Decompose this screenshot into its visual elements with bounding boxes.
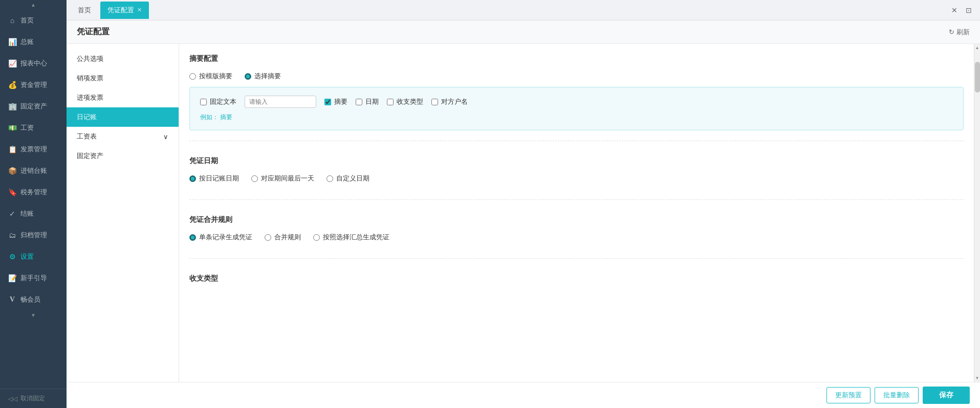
maximize-window-button[interactable]: ⊡ [964,5,974,15]
summary-radio-group: 按模版摘要 选择摘要 [189,72,964,81]
radio-select-input[interactable] [245,73,251,80]
update-preset-button[interactable]: 更新预置 [826,387,870,403]
summary-radio-select[interactable]: 选择摘要 [245,72,281,81]
settings-icon: ⚙ [8,253,16,261]
radio-select-merge-input[interactable] [313,234,320,241]
member-icon: V [8,296,16,304]
radio-select-merge[interactable]: 按照选择汇总生成凭证 [313,233,389,242]
summary-radio-template[interactable]: 按模版摘要 [189,72,232,81]
scroll-down-arrow[interactable]: ▼ [974,374,980,382]
tab-close-voucher[interactable]: ✕ [137,7,142,13]
checkbox-income-type[interactable]: 收支类型 [387,97,423,106]
income-type-section: 收支类型 [189,274,964,302]
checkbox-fixed-text[interactable]: 固定文本 [200,97,236,106]
radio-single-input[interactable] [189,234,196,241]
home-icon: ⌂ [8,16,16,25]
radio-merge[interactable]: 合并规则 [265,233,301,242]
checkbox-fixed-text-input[interactable] [200,99,207,105]
merge-rule-section: 凭证合并规则 单条记录生成凭证 合并规则 按照选择汇总生成凭证 [189,215,964,259]
sidebar-item-sales[interactable]: 📦 进销台账 [0,160,67,182]
bottom-bar: 更新预置 批量删除 保存 [67,382,980,408]
top-right-controls: ✕ ⊡ [949,5,976,15]
fund-icon: 💰 [8,81,16,89]
sidebar-item-ledger[interactable]: 📊 总账 [0,31,67,53]
checkout-icon: ✓ [8,210,16,218]
summary-example: 例如： 摘要 [200,113,953,122]
checkbox-date-input[interactable] [356,99,362,105]
sales-icon: 📦 [8,167,16,175]
radio-single[interactable]: 单条记录生成凭证 [189,233,252,242]
tax-icon: 🔖 [8,188,16,196]
sidebar-scroll-up[interactable]: ▲ [0,0,67,10]
sidebar-item-guide[interactable]: 📝 新手引导 [0,267,67,289]
scroll-up-arrow[interactable]: ▲ [974,44,980,52]
left-nav-salary-table[interactable]: 工资表 ∨ [67,127,179,146]
sidebar-item-report[interactable]: 📈 报表中心 [0,53,67,74]
save-button[interactable]: 保存 [923,387,970,404]
checkbox-counterparty-input[interactable] [431,99,438,105]
summary-config-section: 摘要配置 按模版摘要 选择摘要 固定文本 [189,54,964,141]
content-area: 公共选项 销项发票 进项发票 日记账 工资表 ∨ 固定资产 摘要配置 [67,44,980,382]
summary-config-box: 固定文本 摘要 日期 收支类型 [189,87,964,130]
fixed-text-input[interactable] [245,96,316,108]
sidebar-item-archive[interactable]: 🗂 归档管理 [0,224,67,246]
sidebar: ▲ ⌂ 首页 📊 总账 📈 报表中心 💰 资金管理 🏢 固定资产 💵 工资 📋 … [0,0,67,408]
page-title: 凭证配置 [77,27,110,37]
radio-last-day-input[interactable] [251,175,258,182]
scroll-thumb[interactable] [975,62,980,93]
sidebar-item-member[interactable]: V 畅会员 [0,289,67,310]
sidebar-item-invoice[interactable]: 📋 发票管理 [0,139,67,160]
invoice-icon: 📋 [8,145,16,153]
radio-journal-date-input[interactable] [189,175,196,182]
ledger-icon: 📊 [8,38,16,46]
radio-journal-date[interactable]: 按日记账日期 [189,174,239,183]
sidebar-scroll-down[interactable]: ▼ [0,310,67,320]
left-nav-sales-invoice[interactable]: 销项发票 [67,69,179,88]
merge-rule-title: 凭证合并规则 [189,215,964,224]
radio-custom-date[interactable]: 自定义日期 [326,174,369,183]
tab-bar: 首页 凭证配置 ✕ ✕ ⊡ [67,0,980,20]
sidebar-item-fund[interactable]: 💰 资金管理 [0,74,67,96]
radio-merge-input[interactable] [265,234,271,241]
sidebar-item-home[interactable]: ⌂ 首页 [0,10,67,31]
batch-delete-button[interactable]: 批量删除 [875,387,919,403]
voucher-date-title: 凭证日期 [189,156,964,166]
archive-icon: 🗂 [8,231,16,239]
cancel-pin-button[interactable]: ◁◁ 取消固定 [0,389,67,408]
left-nav-journal[interactable]: 日记账 [67,107,179,127]
summary-config-title: 摘要配置 [189,54,964,63]
main-area: 首页 凭证配置 ✕ ✕ ⊡ 凭证配置 ↻ 刷新 公共选项 销项发票 进 [67,0,980,408]
checkbox-summary[interactable]: 摘要 [324,97,347,106]
refresh-button[interactable]: ↻ 刷新 [949,28,970,37]
checkbox-date[interactable]: 日期 [356,97,379,106]
left-nav-public[interactable]: 公共选项 [67,49,179,69]
summary-checkbox-row: 固定文本 摘要 日期 收支类型 [200,96,953,108]
left-nav: 公共选项 销项发票 进项发票 日记账 工资表 ∨ 固定资产 [67,44,179,382]
sidebar-item-salary[interactable]: 💵 工资 [0,117,67,139]
outer-scrollbar[interactable]: ▲ ▼ [974,44,980,382]
sidebar-item-assets[interactable]: 🏢 固定资产 [0,96,67,117]
right-content: 摘要配置 按模版摘要 选择摘要 固定文本 [179,44,974,382]
radio-template-input[interactable] [189,73,196,80]
expand-icon: ∨ [163,133,168,141]
page-header: 凭证配置 ↻ 刷新 [67,20,980,44]
sidebar-item-tax[interactable]: 🔖 税务管理 [0,182,67,203]
left-nav-purchase-invoice[interactable]: 进项发票 [67,88,179,107]
checkbox-summary-input[interactable] [324,99,331,105]
report-icon: 📈 [8,59,16,67]
voucher-date-section: 凭证日期 按日记账日期 对应期间最后一天 自定义日期 [189,156,964,200]
tab-home[interactable]: 首页 [71,2,98,19]
checkbox-income-type-input[interactable] [387,99,394,105]
tab-voucher-config[interactable]: 凭证配置 ✕ [100,2,149,19]
checkbox-counterparty[interactable]: 对方户名 [431,97,468,106]
sidebar-item-checkout[interactable]: ✓ 结账 [0,203,67,224]
income-type-title: 收支类型 [189,274,964,283]
close-window-button[interactable]: ✕ [949,5,960,15]
radio-last-day[interactable]: 对应期间最后一天 [251,174,314,183]
left-nav-fixed-assets[interactable]: 固定资产 [67,146,179,166]
voucher-date-radio-group: 按日记账日期 对应期间最后一天 自定义日期 [189,174,964,183]
merge-rule-radio-group: 单条记录生成凭证 合并规则 按照选择汇总生成凭证 [189,233,964,242]
sidebar-item-settings[interactable]: ⚙ 设置 [0,246,67,267]
radio-custom-date-input[interactable] [326,175,333,182]
refresh-icon: ↻ [949,28,954,36]
